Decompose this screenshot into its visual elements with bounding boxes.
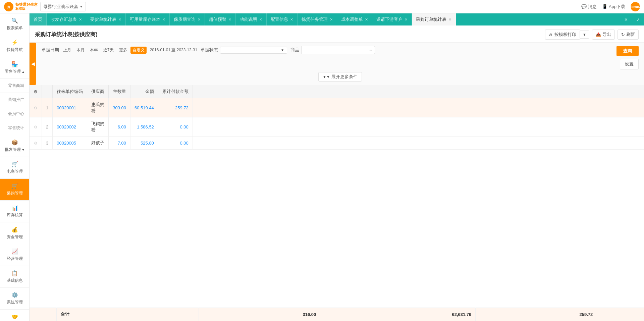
sidebar-item-retail-stats[interactable]: 零售统计 (0, 121, 29, 135)
app-download-button[interactable]: 📱 App下载 (602, 4, 625, 10)
column-settings-icon[interactable]: ⚙ (34, 89, 38, 94)
print-dropdown[interactable]: ▼ (580, 31, 589, 39)
row-settings-cell: ⚙ (30, 117, 42, 137)
footer-amount-cell: 62,631.76 (320, 308, 476, 321)
sidebar-item-search[interactable]: 🔍 搜索菜单 (0, 13, 29, 35)
tab-receivable[interactable]: 收发存汇总表 ✕ (47, 13, 86, 25)
table-area: ⚙ 往来单位编码 供应商 主数量 金额 累计付款金额 ⚙ (30, 85, 644, 308)
tab-function-desc[interactable]: 功能说明 ✕ (236, 13, 267, 25)
sidebar-item-wholesale[interactable]: 📦 批发管理 ▼ (0, 135, 29, 157)
tab-pick-task[interactable]: 拣货任务管理 ✕ (298, 13, 337, 25)
row-settings-icon[interactable]: ⚙ (34, 125, 38, 129)
purchase-icon: 🛒 (3, 183, 26, 189)
close-tab-purchase-stats[interactable]: ✕ (448, 17, 451, 22)
supplier-code-link[interactable]: 00020002 (57, 124, 76, 129)
tab-invite[interactable]: 邀请下游客户 ✕ (372, 13, 412, 25)
sidebar-item-retail-mall[interactable]: 零售商城 (0, 79, 29, 93)
refresh-button[interactable]: ↻ 刷新 (618, 30, 639, 40)
print-button[interactable]: 🖨 按模板打印 ▼ (545, 30, 589, 40)
export-icon: 📤 (596, 32, 601, 37)
paid-link[interactable]: 0.00 (180, 124, 189, 129)
supplier-code-link[interactable]: 00020001 (57, 105, 76, 110)
custom-date-badge[interactable]: 自定义 (130, 47, 147, 54)
close-all-tabs-button[interactable]: ✕ (620, 13, 632, 25)
table-footer: 合计 316.00 62,631.76 259.72 (30, 308, 644, 321)
query-button[interactable]: 查询 (616, 46, 639, 56)
sidebar-item-inventory[interactable]: 📊 库存核算 (0, 201, 29, 222)
tab-available-stock[interactable]: 可用量库存账本 ✕ (126, 13, 170, 25)
amount-link[interactable]: 60,519.44 (135, 105, 154, 110)
tab-cost-adj[interactable]: 成本调整单 ✕ (337, 13, 372, 25)
settings-button[interactable]: 设置 (620, 59, 639, 69)
row-settings-icon[interactable]: ⚙ (34, 141, 38, 146)
row-supplier-name-cell: 惠氏奶粉 (87, 98, 109, 117)
sidebar-item-marketing[interactable]: 营销推广 (0, 93, 29, 107)
close-tab-receivable[interactable]: ✕ (79, 17, 82, 22)
amount-column-header: 金额 (130, 85, 158, 98)
tab-expiry[interactable]: 保质期查询 ✕ (170, 13, 205, 25)
sidebar-item-operation[interactable]: 📈 经营管理 (0, 244, 29, 266)
close-tab-expiry[interactable]: ✕ (198, 17, 201, 22)
sidebar-item-finance[interactable]: 💰 资金管理 (0, 222, 29, 244)
supplier-code-link[interactable]: 00020005 (57, 141, 76, 146)
sidebar-item-ecommerce[interactable]: 🛒 电商管理 (0, 157, 29, 179)
status-filter: 单据状态 ▼ (201, 47, 287, 54)
sidebar-item-member[interactable]: 会员中心 (0, 107, 29, 121)
close-tab-overstock[interactable]: ✕ (228, 17, 231, 22)
download-icon: 📱 (602, 4, 607, 9)
amount-link[interactable]: 1,586.52 (137, 124, 154, 129)
tab-overstock[interactable]: 超储预警 ✕ (205, 13, 236, 25)
qty-link[interactable]: 6.00 (118, 124, 126, 129)
sidebar-item-enterprise[interactable]: 🤝 企业协同 (0, 310, 29, 321)
export-button[interactable]: 📤 导出 (592, 30, 615, 40)
sidebar-item-quicknav[interactable]: ⚡ 快捷导航 (0, 35, 29, 57)
expand-more-button[interactable]: ▼▼ 展开更多条件 (318, 72, 362, 82)
print-main[interactable]: 🖨 按模板打印 (545, 30, 580, 40)
system-icon: ⚙️ (3, 292, 26, 298)
last-month-shortcut[interactable]: 上月 (61, 47, 73, 54)
qty-link[interactable]: 303.00 (113, 105, 126, 110)
last-7days-shortcut[interactable]: 近7天 (101, 47, 116, 54)
close-tab-cost-adj[interactable]: ✕ (365, 17, 368, 22)
close-tab-available-stock[interactable]: ✕ (162, 17, 165, 22)
tab-requisition[interactable]: 要货单统计表 ✕ (86, 13, 126, 25)
row-settings-cell: ⚙ (30, 98, 42, 117)
search-icon: 🔍 (3, 17, 26, 24)
close-tab-config[interactable]: ✕ (290, 17, 293, 22)
sidebar-item-system[interactable]: ⚙️ 系统管理 (0, 288, 29, 310)
collapse-toggle-button[interactable]: ◀ (30, 43, 36, 85)
close-tab-function-desc[interactable]: ✕ (259, 17, 262, 22)
row-settings-icon[interactable]: ⚙ (34, 106, 38, 110)
goods-input[interactable]: ··· (301, 46, 375, 54)
close-tab-invite[interactable]: ✕ (405, 17, 408, 22)
row-amount-cell: 525.80 (130, 137, 158, 150)
row-supplier-code-cell: 00020001 (53, 98, 87, 117)
maximize-button[interactable]: ⤢ (632, 13, 644, 25)
tab-home[interactable]: 首页 (30, 13, 47, 25)
workspace-selector[interactable]: 母婴行业演示账套 ▼ (40, 2, 86, 11)
date-filter: 单据日期 上月 本月 本年 近7天 更多 自定义 2016-01-01 至 20… (42, 47, 197, 54)
row-extra-cell (193, 137, 644, 150)
qty-link[interactable]: 7.00 (118, 141, 126, 146)
row-amount-cell: 1,586.52 (130, 117, 158, 137)
sidebar-item-purchase[interactable]: 🛒 采购管理 (0, 179, 29, 201)
finance-icon: 💰 (3, 226, 26, 233)
tab-purchase-stats[interactable]: 采购订单统计表 ✕ (412, 13, 456, 25)
username-label: demo2 (629, 5, 641, 9)
nav-tabs-end: ✕ ⤢ (620, 13, 644, 25)
this-year-shortcut[interactable]: 本年 (88, 47, 100, 54)
sidebar-item-retail[interactable]: 🏪 零售管理 ▲ (0, 57, 29, 79)
status-select[interactable]: ▼ (220, 47, 287, 54)
close-tab-requisition[interactable]: ✕ (118, 17, 121, 22)
amount-link[interactable]: 525.80 (141, 141, 154, 146)
paid-link[interactable]: 0.00 (180, 141, 189, 146)
more-shortcut[interactable]: 更多 (117, 47, 129, 54)
user-avatar[interactable]: demo2 (631, 2, 640, 11)
paid-link[interactable]: 259.72 (175, 105, 189, 110)
close-tab-pick-task[interactable]: ✕ (330, 17, 333, 22)
tab-config[interactable]: 配置信息 ✕ (267, 13, 298, 25)
sidebar-item-basic[interactable]: 📋 基础信息 (0, 266, 29, 288)
message-button[interactable]: 💬 消息 (581, 4, 597, 10)
this-month-shortcut[interactable]: 本月 (74, 47, 87, 54)
page-header: 采购订单统计表(按供应商) 🖨 按模板打印 ▼ 📤 导出 ↻ (30, 25, 644, 43)
